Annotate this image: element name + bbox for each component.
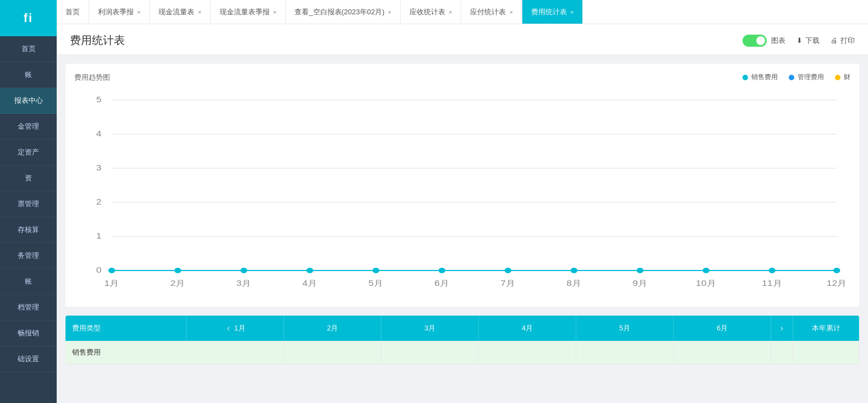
cell-m4-sales xyxy=(479,341,576,364)
tab-home-label: 首页 xyxy=(65,7,80,17)
download-button[interactable]: ⬇ 下载 xyxy=(796,36,820,46)
svg-text:5: 5 xyxy=(96,96,102,104)
svg-text:1月: 1月 xyxy=(104,279,119,288)
svg-point-33 xyxy=(703,268,709,273)
tab-receivable-close[interactable]: × xyxy=(449,9,452,15)
main-area: 首页 利润表季报 × 现金流量表 × 现金流量表季报 × 查看_空白报表(202… xyxy=(57,0,868,403)
tab-cashflow-close[interactable]: × xyxy=(198,9,201,15)
tab-blank-report-close[interactable]: × xyxy=(388,9,391,15)
tab-profit[interactable]: 利润表季报 × xyxy=(89,0,150,24)
svg-text:11月: 11月 xyxy=(762,279,782,288)
table-section: 费用类型 ‹ 1月 2月 3月 4月 5月 6月 › 本年累计 销售费用 xyxy=(65,316,859,365)
tab-cashflow[interactable]: 现金流量表 × xyxy=(150,0,210,24)
svg-point-27 xyxy=(307,268,313,273)
toggle-wrapper: 图表 xyxy=(743,35,785,47)
svg-text:9月: 9月 xyxy=(632,279,647,288)
col-ytd: 本年累计 xyxy=(793,316,859,341)
cell-type-sales: 销售费用 xyxy=(65,341,187,364)
prev-arrow[interactable]: ‹ xyxy=(225,323,232,333)
legend-sales-dot xyxy=(743,75,748,80)
tab-profit-close[interactable]: × xyxy=(137,9,140,15)
svg-text:10月: 10月 xyxy=(696,279,716,288)
tab-cashflow-q[interactable]: 现金流量表季报 × xyxy=(211,0,286,24)
print-label: 打印 xyxy=(840,36,855,46)
sidebar-item-home[interactable]: 首页 xyxy=(0,36,57,62)
tab-payable[interactable]: 应付统计表 × xyxy=(461,0,522,24)
chart-toggle[interactable] xyxy=(743,35,767,47)
sidebar-item-services[interactable]: 务管理 xyxy=(0,243,57,269)
svg-text:3月: 3月 xyxy=(236,279,251,288)
toggle-label: 图表 xyxy=(771,36,785,46)
tab-payable-label: 应付统计表 xyxy=(470,7,506,17)
sidebar-item-archive[interactable]: 档管理 xyxy=(0,295,57,321)
svg-text:5月: 5月 xyxy=(368,279,383,288)
col-m2: 2月 xyxy=(284,316,381,341)
tab-cashflow-label: 现金流量表 xyxy=(159,7,194,17)
sidebar-item-settings[interactable]: 础设置 xyxy=(0,346,57,372)
legend-sales: 销售费用 xyxy=(743,73,778,82)
cell-m1-sales xyxy=(187,341,284,364)
legend-admin-label: 管理费用 xyxy=(798,73,824,82)
svg-point-31 xyxy=(571,268,577,273)
svg-text:1: 1 xyxy=(96,232,102,240)
next-arrow[interactable]: › xyxy=(778,323,785,333)
tab-cashflow-q-close[interactable]: × xyxy=(273,9,276,15)
col-m3: 3月 xyxy=(381,316,479,341)
sidebar-item-funds[interactable]: 金管理 xyxy=(0,114,57,140)
tab-blank-report[interactable]: 查看_空白报表(2023年02月) × xyxy=(286,0,401,24)
print-button[interactable]: 🖨 打印 xyxy=(831,36,855,46)
chart-title: 费用趋势图 xyxy=(74,73,850,82)
sidebar-item-invoice[interactable]: 票管理 xyxy=(0,191,57,217)
chart-legend: 销售费用 管理费用 财 xyxy=(743,73,850,82)
legend-admin-dot xyxy=(789,75,794,80)
svg-point-30 xyxy=(505,268,511,273)
header-actions: 图表 ⬇ 下载 🖨 打印 xyxy=(743,35,855,47)
col-m5: 5月 xyxy=(576,316,674,341)
tab-profit-label: 利润表季报 xyxy=(98,7,134,17)
svg-point-32 xyxy=(637,268,643,273)
cell-ytd-sales xyxy=(793,341,859,364)
tab-receivable[interactable]: 应收统计表 × xyxy=(401,0,461,24)
page-title: 费用统计表 xyxy=(70,33,125,48)
legend-finance-label: 财 xyxy=(844,73,850,82)
sidebar-item-inventory[interactable]: 存核算 xyxy=(0,217,57,243)
legend-sales-label: 销售费用 xyxy=(751,73,778,82)
svg-text:4月: 4月 xyxy=(302,279,317,288)
tab-receivable-label: 应收统计表 xyxy=(410,7,445,17)
cell-nav-sales xyxy=(771,341,793,364)
sidebar-item-reports[interactable]: 报表中心 xyxy=(0,88,57,114)
svg-text:7月: 7月 xyxy=(500,279,515,288)
cell-m5-sales xyxy=(576,341,674,364)
table-header: 费用类型 ‹ 1月 2月 3月 4月 5月 6月 › 本年累计 xyxy=(65,316,859,341)
svg-point-34 xyxy=(769,268,776,273)
tab-expense[interactable]: 费用统计表 × xyxy=(522,0,583,24)
svg-point-35 xyxy=(833,268,840,273)
content-area: 费用趋势图 销售费用 管理费用 财 xyxy=(57,55,868,403)
tab-home[interactable]: 首页 xyxy=(57,0,89,24)
tab-payable-close[interactable]: × xyxy=(509,9,512,15)
sidebar-item-accounts[interactable]: 账 xyxy=(0,62,57,88)
cell-m6-sales xyxy=(674,341,771,364)
legend-finance: 财 xyxy=(835,73,850,82)
svg-text:0: 0 xyxy=(96,266,102,274)
sidebar-item-assets[interactable]: 定资产 xyxy=(0,140,57,165)
tab-bar: 首页 利润表季报 × 现金流量表 × 现金流量表季报 × 查看_空白报表(202… xyxy=(57,0,868,24)
tab-expense-close[interactable]: × xyxy=(570,9,574,15)
col-m6: 6月 xyxy=(674,316,771,341)
svg-text:2: 2 xyxy=(96,198,102,206)
sidebar-item-sales[interactable]: 畅报销 xyxy=(0,321,57,346)
sidebar-item-ledger[interactable]: 账 xyxy=(0,269,57,295)
chart-svg: 0 1 2 3 4 5 1月 2月 3月 4月 5月 6月 7月 8月 9 xyxy=(74,89,850,298)
col-type: 费用类型 xyxy=(65,316,187,341)
svg-point-28 xyxy=(373,268,379,273)
page-header: 费用统计表 图表 ⬇ 下载 🖨 打印 xyxy=(57,24,868,55)
chart-area: 0 1 2 3 4 5 1月 2月 3月 4月 5月 6月 7月 8月 9 xyxy=(74,89,850,298)
table-row-sales: 销售费用 xyxy=(65,341,859,365)
svg-point-25 xyxy=(174,268,181,273)
col-m1-label: 1月 xyxy=(234,323,245,333)
svg-text:2月: 2月 xyxy=(170,279,185,288)
download-label: 下载 xyxy=(805,36,820,46)
col-nav: › xyxy=(771,316,793,341)
sidebar-item-capital[interactable]: 资 xyxy=(0,165,57,191)
col-m4: 4月 xyxy=(479,316,576,341)
